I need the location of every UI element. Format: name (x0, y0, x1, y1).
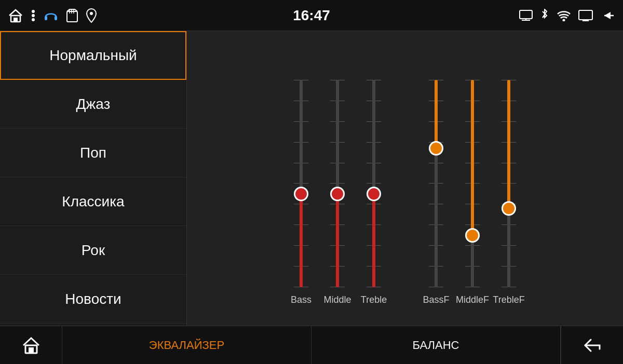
wifi-icon[interactable] (557, 10, 571, 21)
preset-jazz[interactable]: Джаз (0, 80, 186, 129)
status-right-icons (519, 9, 615, 22)
bottom-bar: ЭКВАЛАЙЗЕР БАЛАНС (0, 326, 623, 364)
middlef-slider-col: MiddleF (454, 80, 491, 305)
svg-rect-20 (29, 347, 34, 353)
middle-slider[interactable] (330, 80, 345, 287)
home-button[interactable] (0, 326, 62, 364)
svg-rect-7 (67, 11, 77, 22)
status-bar: 16:47 (0, 0, 623, 31)
bluetooth-icon[interactable] (540, 9, 549, 22)
balance-button[interactable]: БАЛАНС (312, 326, 561, 364)
svg-point-3 (32, 14, 35, 17)
treble-label: Treble (361, 295, 387, 305)
equalizer-button[interactable]: ЭКВАЛАЙЗЕР (62, 326, 312, 364)
sdcard-icon[interactable] (66, 9, 78, 22)
main-content: Нормальный Джаз Поп Классика Рок Новости… (0, 31, 623, 326)
svg-rect-5 (45, 16, 47, 20)
bassf-slider[interactable] (429, 80, 443, 287)
bassf-slider-col: BassF (418, 80, 454, 305)
svg-rect-12 (520, 10, 532, 19)
sliders-container: Bass Middle Treble BassF (202, 57, 607, 305)
balance-btn-label: БАЛАНС (413, 339, 459, 352)
treble-slider[interactable] (367, 80, 381, 287)
middle-slider-col: Middle (319, 80, 356, 305)
middlef-slider[interactable] (465, 80, 480, 287)
equalizer-btn-label: ЭКВАЛАЙЗЕР (149, 339, 224, 352)
back-nav-icon[interactable] (600, 9, 615, 22)
equalizer-area: Bass Middle Treble BassF (187, 31, 623, 326)
menu-dots-icon[interactable] (31, 9, 35, 22)
bass-slider[interactable] (294, 80, 308, 287)
svg-point-4 (32, 18, 35, 21)
preset-classic[interactable]: Классика (0, 177, 186, 226)
treblef-slider[interactable] (502, 80, 516, 287)
eq-preset-sidebar: Нормальный Джаз Поп Классика Рок Новости (0, 31, 187, 326)
preset-pop[interactable]: Поп (0, 129, 186, 177)
bass-label: Bass (291, 295, 312, 305)
treble-slider-col: Treble (356, 80, 392, 305)
time-display: 16:47 (293, 7, 330, 24)
cast-icon[interactable] (519, 10, 533, 21)
treblef-label: TrebleF (493, 295, 524, 305)
back-btn-icon (583, 338, 602, 353)
back-button[interactable] (561, 326, 623, 364)
screen-icon[interactable] (578, 10, 593, 21)
preset-normal[interactable]: Нормальный (0, 31, 186, 80)
svg-rect-1 (13, 18, 18, 22)
svg-rect-15 (579, 10, 592, 20)
location-icon[interactable] (86, 8, 97, 23)
svg-rect-6 (55, 16, 57, 20)
home-icon[interactable] (8, 8, 23, 23)
preset-news[interactable]: Новости (0, 275, 186, 324)
home-btn-icon (22, 336, 40, 355)
preset-rock[interactable]: Рок (0, 226, 186, 275)
middlef-label: MiddleF (456, 295, 489, 305)
treblef-slider-col: TrebleF (491, 80, 527, 305)
status-left-icons (8, 8, 97, 23)
bass-slider-col: Bass (283, 80, 319, 305)
middle-label: Middle (323, 295, 351, 305)
svg-point-2 (32, 10, 35, 13)
bassf-label: BassF (423, 295, 449, 305)
svg-point-11 (90, 12, 93, 15)
headphones-icon[interactable] (44, 9, 58, 22)
svg-point-14 (563, 19, 565, 21)
